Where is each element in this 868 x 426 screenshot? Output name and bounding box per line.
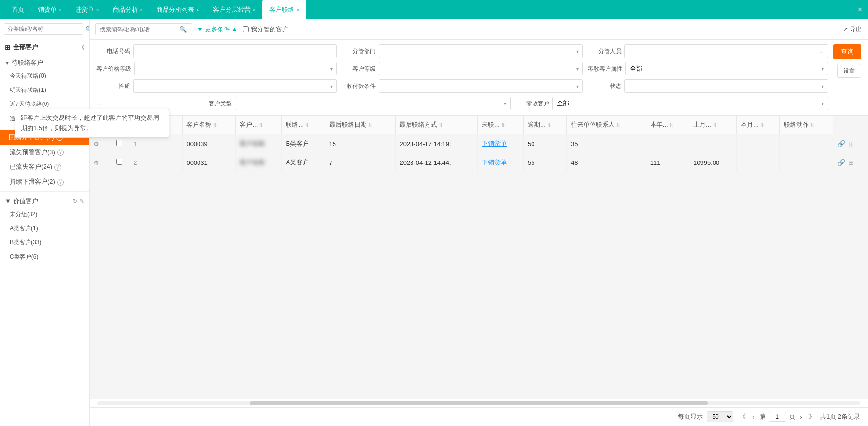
main-search-wrap: 🔍 [95,23,192,35]
value-item[interactable]: B类客户(33) [0,235,89,250]
customer-level-chev: ▾ [576,66,579,72]
row4-dots[interactable]: ··· [96,100,102,107]
col-lastMonth[interactable]: 上月...⇅ [689,116,737,134]
nav-close-icon[interactable]: × [196,0,199,19]
price-level-select[interactable]: ▾ [134,62,337,75]
nav-close-icon[interactable]: × [140,0,143,19]
col-overdue[interactable]: 逾期...⇅ [523,116,566,134]
continuous-help-icon[interactable]: ? [57,179,64,186]
my-customers-checkbox-item[interactable]: 我分管的客户 [243,25,289,34]
sidebar-search-icon[interactable]: 🔍 [85,26,90,33]
nav-close-icon[interactable]: × [253,0,256,19]
col-thisMonth[interactable]: 本月...⇅ [737,116,780,134]
grid-action-icon[interactable]: ⊞ [848,159,854,166]
table-scroll-wrap[interactable]: ⚙客户编码⇅客户名称⇅客户...⇅联络...⇅最后联络日期⇅最后联络方式⇅未联.… [90,116,868,399]
window-close-icon[interactable]: × [858,5,862,14]
already-lost-help-icon[interactable]: ? [54,164,61,171]
col-type[interactable]: 客户...⇅ [236,116,282,134]
main-search-input[interactable] [100,26,177,33]
row-uncontacted: 50 [528,140,534,147]
filter-icon: ▼ [197,26,203,33]
per-page-select[interactable]: 50 20 100 [707,411,733,422]
phone-label: 电话号码 [96,47,130,56]
row-contact: 7 [329,159,333,166]
nav-item-首页[interactable]: 首页 [5,0,31,19]
link-icon[interactable]: 🔗 [837,159,845,166]
horizontal-scroll[interactable] [90,399,868,407]
row-last-method[interactable]: 下销货单 [482,140,507,147]
next-page-btn[interactable]: › [798,412,804,422]
nav-item-销货单[interactable]: 销货单 × [31,0,68,19]
value-item[interactable]: 未分组(32) [0,207,89,221]
more-conditions-btn[interactable]: ▼ 更多条件 ▲ [197,25,238,34]
scatter-attr-select[interactable]: 全部 ▾ [625,62,828,75]
first-page-btn[interactable]: 《 [737,411,747,422]
phone-input[interactable] [133,44,337,58]
main-search-icon[interactable]: 🔍 [179,26,187,33]
status-select[interactable]: ▾ [624,79,828,93]
scatter-customer-select[interactable]: 全部 ▾ [552,97,828,110]
col-contact[interactable]: 联络...⇅ [282,116,325,134]
nav-close-icon[interactable]: × [296,0,299,19]
row-checkbox[interactable] [116,159,122,165]
nav-item-商品分析列表[interactable]: 商品分析列表 × [150,0,206,19]
col-liaison[interactable]: 往来单位联系人⇅ [567,116,646,134]
last-page-btn[interactable]: 》 [807,411,817,422]
prev-page-btn[interactable]: ‹ [750,412,756,422]
grid-action-icon[interactable]: ⊞ [848,140,854,147]
col-thisYear[interactable]: 本年...⇅ [646,116,689,134]
h-scroll-thumb[interactable] [250,401,708,405]
continuous-item[interactable]: 持续下滑客户(2) ? [0,175,89,190]
settings-button[interactable]: 设置 [837,64,861,78]
scatter-attr-value: 全部 [630,64,642,73]
h-scroll-bar[interactable] [97,401,860,405]
value-item[interactable]: A类客户(1) [0,221,89,235]
query-button[interactable]: 查询 [833,44,861,59]
nav-item-商品分析[interactable]: 商品分析 × [106,0,150,19]
pending-contact-group[interactable]: ▼ 待联络客户 [0,56,89,69]
col-action[interactable]: 联络动作⇅ [780,116,833,134]
row-name: 客户名称 [240,159,265,166]
sidebar-collapse-icon[interactable]: 《 [79,44,84,51]
sort-icon: ⇅ [439,122,442,128]
dept-select[interactable]: ▾ [379,44,582,58]
value-edit-icon[interactable]: ✎ [79,198,84,205]
already-lost-item[interactable]: 已流失客户(24) ? [0,160,89,175]
row-last-method[interactable]: 下销货单 [482,159,507,166]
my-customers-checkbox[interactable] [243,26,249,32]
row-checkbox[interactable] [116,140,122,146]
col-name[interactable]: 客户名称⇅ [183,116,236,134]
nav-item-进货单[interactable]: 进货单 × [68,0,106,19]
table-row: ⚙2000031客户名称A类客户72023-04-12 14:44:下销货单55… [90,153,868,172]
row-settings-icon[interactable]: ⚙ [93,140,99,147]
page-input[interactable] [769,412,786,422]
adv-filter: 电话号码 分管部门 ▾ 分管人员 [90,40,868,116]
lost-potential-item[interactable]: 流失预警客户(3) ? [0,145,89,160]
nav-close-icon[interactable]: × [96,0,99,19]
col-lastDate[interactable]: 最后联络日期⇅ [325,116,396,134]
nav-item-客户联络[interactable]: 客户联络 × [262,0,306,19]
person-select[interactable]: ··· [624,44,828,58]
sort-icon: ⇅ [501,122,505,128]
link-icon[interactable]: 🔗 [837,140,845,147]
col-lastMethod[interactable]: 最后联络方式⇅ [396,116,478,134]
col-uncontacted[interactable]: 未联...⇅ [478,116,524,134]
customer-level-select[interactable]: ▾ [379,62,582,75]
row-settings-icon[interactable]: ⚙ [93,159,99,166]
payment-select[interactable]: ▾ [379,79,582,93]
sidebar-search-input[interactable] [4,23,83,35]
payment-chev: ▾ [576,84,579,89]
nature-select[interactable]: ▾ [133,79,337,93]
tooltip-box: 距客户上次交易时长，超过了此客户的平均交易周期的1.5倍，则视为异常。 [15,109,169,138]
dept-chev-icon: ▾ [576,49,579,54]
value-group-header[interactable]: ▼ 价值客户 ↻ ✎ [0,194,89,207]
export-btn[interactable]: ↗ 导出 [843,25,862,34]
pending-item[interactable]: 今天待联络(0) [0,69,89,83]
lost-potential-help-icon[interactable]: ? [57,149,64,156]
customer-type-select[interactable]: ▾ [235,97,511,110]
value-item[interactable]: C类客户(6) [0,250,89,264]
pending-item[interactable]: 明天待联络(1) [0,83,89,97]
value-cycle-icon[interactable]: ↻ [73,198,77,205]
nav-close-icon[interactable]: × [59,0,61,19]
nav-item-客户分层经营[interactable]: 客户分层经营 × [206,0,262,19]
